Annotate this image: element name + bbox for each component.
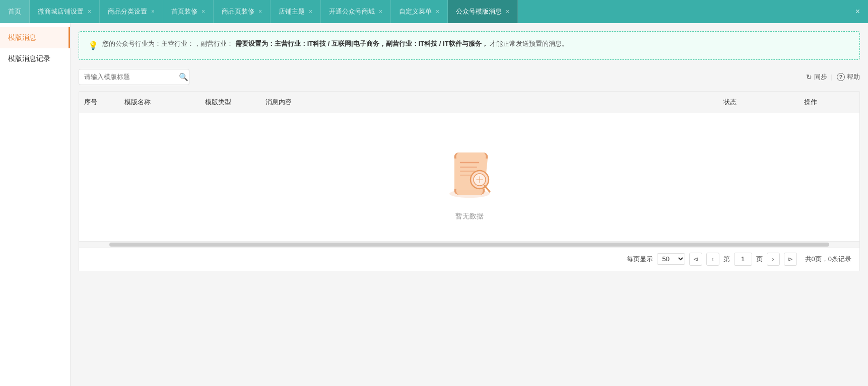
next-page-button[interactable]: › bbox=[767, 253, 780, 266]
sidebar-item-template-message-label: 模版消息 bbox=[8, 33, 36, 41]
content-area: 💡 您的公众号行业为：主营行业：，副营行业： 需要设置为：主营行业：IT科技 /… bbox=[71, 23, 868, 386]
notice-prefix: 您的公众号行业为：主营行业：，副营行业： bbox=[102, 40, 233, 47]
nav-tab-homepage-label: 首页装修 bbox=[171, 7, 197, 16]
sync-icon: ↻ bbox=[806, 73, 812, 81]
last-page-icon: ⊳ bbox=[788, 256, 793, 263]
nav-tab-homepage-close[interactable]: × bbox=[202, 8, 205, 15]
notice-text: 您的公众号行业为：主营行业：，副营行业： 需要设置为：主营行业：IT科技 / 互… bbox=[102, 39, 568, 49]
nav-tab-category-close[interactable]: × bbox=[151, 8, 155, 15]
col-type: 模版类型 bbox=[200, 92, 260, 113]
nav-tab-home-label: 首页 bbox=[8, 7, 21, 16]
close-all-button[interactable]: × bbox=[847, 7, 868, 16]
nav-tab-productpage-label: 商品页装修 bbox=[222, 7, 254, 16]
search-area: 🔍 bbox=[79, 69, 189, 85]
page-size-select[interactable]: 50 20 100 bbox=[657, 253, 685, 265]
nav-tab-weishop-close[interactable]: × bbox=[88, 8, 91, 15]
nav-tab-wechat-shop[interactable]: 开通公众号商城 × bbox=[321, 0, 391, 23]
table-container: 序号 模版名称 模版类型 消息内容 状态 操作 bbox=[79, 91, 860, 271]
horizontal-scrollbar[interactable] bbox=[79, 241, 859, 247]
total-info: 共0页，0条记录 bbox=[805, 255, 851, 264]
nav-tab-home[interactable]: 首页 bbox=[0, 0, 30, 23]
nav-tab-template-msg[interactable]: 公众号模版消息 × bbox=[448, 0, 518, 23]
svg-line-7 bbox=[485, 186, 490, 192]
col-status: 状态 bbox=[718, 92, 799, 113]
nav-tab-productpage-close[interactable]: × bbox=[258, 8, 262, 15]
notice-suffix: 才能正常发送预置的消息。 bbox=[490, 40, 568, 47]
last-page-button[interactable]: ⊳ bbox=[784, 253, 797, 266]
empty-state: 暂无数据 bbox=[79, 113, 859, 241]
notice-box: 💡 您的公众号行业为：主营行业：，副营行业： 需要设置为：主营行业：IT科技 /… bbox=[79, 31, 860, 60]
pagination: 每页显示 50 20 100 ⊲ ‹ 第 页 › bbox=[79, 247, 859, 271]
first-page-button[interactable]: ⊲ bbox=[689, 253, 702, 266]
nav-tab-category-label: 商品分类设置 bbox=[108, 7, 147, 16]
toolbar: 🔍 ↻ 同步 | ? 帮助 bbox=[79, 69, 860, 85]
page-number-input[interactable] bbox=[734, 253, 752, 266]
toolbar-right: ↻ 同步 | ? 帮助 bbox=[806, 72, 860, 82]
notice-emphasis: 需要设置为：主营行业：IT科技 / 互联网|电子商务，副营行业：IT科技 / I… bbox=[235, 40, 488, 47]
col-action: 操作 bbox=[799, 92, 859, 113]
nav-tab-theme[interactable]: 店铺主题 × bbox=[271, 0, 321, 23]
page-label: 第 bbox=[723, 255, 730, 264]
col-name: 模版名称 bbox=[119, 92, 200, 113]
nav-tab-productpage[interactable]: 商品页装修 × bbox=[214, 0, 271, 23]
help-icon: ? bbox=[837, 73, 845, 81]
nav-tab-weishop-label: 微商城店铺设置 bbox=[38, 7, 84, 16]
prev-page-button[interactable]: ‹ bbox=[706, 253, 719, 266]
top-nav: 首页 微商城店铺设置 × 商品分类设置 × 首页装修 × 商品页装修 × 店铺主… bbox=[0, 0, 868, 23]
nav-tab-wechat-shop-close[interactable]: × bbox=[379, 8, 382, 15]
notice-icon: 💡 bbox=[88, 39, 98, 52]
col-content: 消息内容 bbox=[260, 92, 718, 113]
sidebar-item-template-log-label: 模版消息记录 bbox=[8, 54, 50, 62]
nav-tab-homepage[interactable]: 首页装修 × bbox=[163, 0, 214, 23]
nav-tab-category[interactable]: 商品分类设置 × bbox=[100, 0, 163, 23]
nav-tab-wechat-shop-label: 开通公众号商城 bbox=[329, 7, 375, 16]
nav-tab-weishop[interactable]: 微商城店铺设置 × bbox=[30, 0, 100, 23]
sidebar-item-template-log[interactable]: 模版消息记录 bbox=[0, 48, 70, 69]
search-button[interactable]: 🔍 bbox=[174, 69, 189, 85]
nav-tab-custommenu-close[interactable]: × bbox=[436, 8, 439, 15]
sidebar-item-template-message[interactable]: 模版消息 bbox=[0, 27, 70, 48]
page-unit: 页 bbox=[756, 255, 763, 264]
nav-tab-template-msg-label: 公众号模版消息 bbox=[456, 7, 502, 16]
nav-tab-custommenu[interactable]: 自定义菜单 × bbox=[391, 0, 448, 23]
first-page-icon: ⊲ bbox=[693, 256, 698, 263]
search-icon: 🔍 bbox=[179, 72, 188, 81]
divider: | bbox=[831, 73, 833, 81]
scroll-thumb[interactable] bbox=[109, 243, 829, 247]
sync-label: 同步 bbox=[814, 72, 827, 82]
help-button[interactable]: ? 帮助 bbox=[837, 72, 860, 82]
next-page-icon: › bbox=[772, 256, 774, 263]
help-label: 帮助 bbox=[847, 72, 860, 82]
nav-tab-theme-label: 店铺主题 bbox=[279, 7, 305, 16]
empty-text: 暂无数据 bbox=[455, 212, 484, 221]
nav-tab-theme-close[interactable]: × bbox=[309, 8, 312, 15]
main-layout: 模版消息 模版消息记录 💡 您的公众号行业为：主营行业：，副营行业： 需要设置为… bbox=[0, 23, 868, 386]
nav-tab-custommenu-label: 自定义菜单 bbox=[399, 7, 432, 16]
search-input[interactable] bbox=[79, 70, 174, 84]
sidebar: 模版消息 模版消息记录 bbox=[0, 23, 71, 386]
col-index: 序号 bbox=[79, 92, 119, 113]
prev-page-icon: ‹ bbox=[712, 256, 714, 263]
sync-button[interactable]: ↻ 同步 bbox=[806, 72, 827, 82]
table-header: 序号 模版名称 模版类型 消息内容 状态 操作 bbox=[79, 92, 859, 113]
page-size-label: 每页显示 bbox=[627, 255, 653, 264]
nav-tab-template-msg-close[interactable]: × bbox=[506, 8, 509, 15]
empty-illustration bbox=[439, 143, 500, 204]
